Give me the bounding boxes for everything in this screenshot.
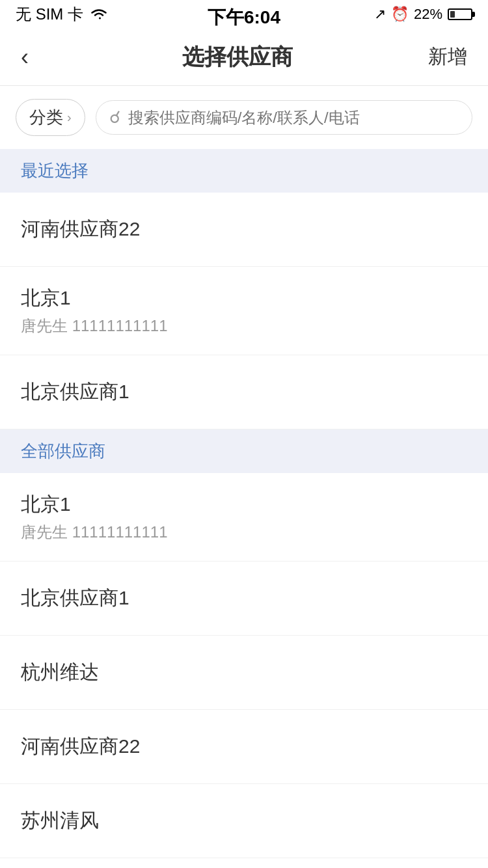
- item-name: 苏州清风: [21, 807, 467, 834]
- alarm-icon: ⏰: [391, 6, 409, 23]
- page-title: 选择供应商: [182, 42, 293, 72]
- item-name: 北京1: [21, 285, 467, 312]
- chevron-right-icon: ›: [67, 110, 72, 125]
- battery-percent: 22%: [414, 6, 442, 23]
- item-name: 北京供应商1: [21, 379, 467, 405]
- list-item[interactable]: 北京1唐先生 11111111111: [0, 267, 488, 355]
- item-name: 河南供应商22: [21, 216, 467, 243]
- search-box[interactable]: ☌: [96, 100, 472, 135]
- list-item[interactable]: 北京供应商1: [0, 355, 488, 429]
- category-button[interactable]: 分类 ›: [16, 99, 85, 136]
- item-name: 北京1: [21, 491, 467, 518]
- recent-section-label: 最近选择: [21, 161, 88, 180]
- list-item[interactable]: 杭州维达: [0, 636, 488, 710]
- all-section-label: 全部供应商: [21, 441, 105, 461]
- list-item[interactable]: 河南供应商22: [0, 710, 488, 784]
- search-area: 分类 › ☌: [0, 86, 488, 149]
- search-input[interactable]: [128, 109, 459, 127]
- list-item[interactable]: 北京供应商1: [0, 562, 488, 636]
- all-items-list: 北京1唐先生 11111111111北京供应商1杭州维达河南供应商22苏州清风: [0, 473, 488, 858]
- item-name: 河南供应商22: [21, 733, 467, 760]
- search-icon: ☌: [109, 107, 120, 128]
- nav-bar: ‹ 选择供应商 新增: [0, 29, 488, 86]
- recent-items-list: 河南供应商22北京1唐先生 11111111111北京供应商1: [0, 193, 488, 429]
- item-sub: 唐先生 11111111111: [21, 522, 467, 543]
- battery-icon: [448, 8, 472, 20]
- item-name: 杭州维达: [21, 659, 467, 686]
- add-button[interactable]: 新增: [415, 44, 467, 70]
- location-icon: ↗: [374, 6, 386, 23]
- list-item[interactable]: 河南供应商22: [0, 193, 488, 267]
- item-name: 北京供应商1: [21, 585, 467, 612]
- item-sub: 唐先生 11111111111: [21, 316, 467, 336]
- list-item[interactable]: 苏州清风: [0, 784, 488, 858]
- status-bar: 无 SIM 卡 下午6:04 ↗ ⏰ 22%: [0, 0, 488, 29]
- status-time: 下午6:04: [208, 5, 280, 30]
- back-button[interactable]: ‹: [21, 44, 60, 71]
- list-item[interactable]: 北京1唐先生 11111111111: [0, 473, 488, 562]
- wifi-icon: [90, 8, 108, 21]
- status-left: 无 SIM 卡: [16, 4, 108, 25]
- category-label: 分类: [29, 106, 63, 129]
- status-right: ↗ ⏰ 22%: [374, 6, 472, 23]
- all-section-header: 全部供应商: [0, 429, 488, 473]
- sim-status: 无 SIM 卡: [16, 4, 83, 25]
- recent-section-header: 最近选择: [0, 149, 488, 193]
